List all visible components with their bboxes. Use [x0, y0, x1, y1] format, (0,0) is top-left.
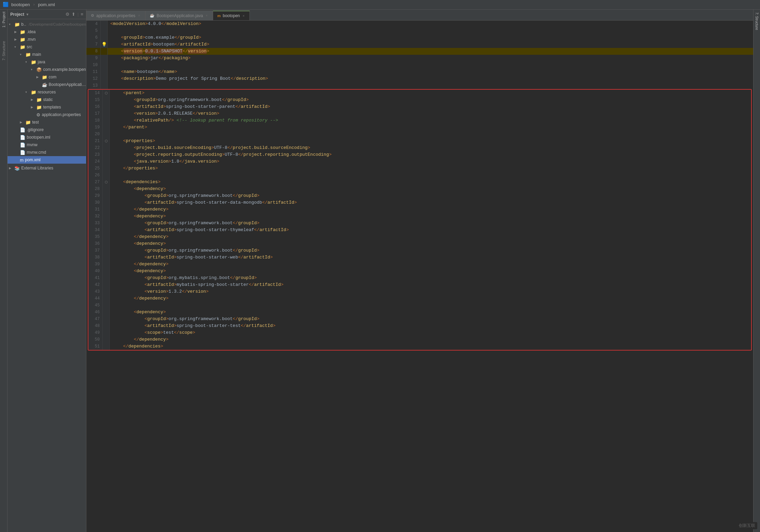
tree-java[interactable]: ▾ 📁 java	[8, 58, 86, 66]
tree-arrow-ext: ▶	[9, 166, 13, 170]
mvn-label: .mvn	[27, 37, 36, 42]
tree-arrow-templates: ▶	[31, 105, 35, 109]
tree-main[interactable]: ▾ 📁 main	[8, 51, 86, 58]
code-line-17: 17 <version>2.0.1.RELEASE</version>	[88, 110, 751, 117]
class-icon: ☕	[42, 82, 47, 87]
tree-src[interactable]: ▾ 📁 src	[8, 43, 86, 51]
tree-static[interactable]: ▶ 📁 static	[8, 96, 86, 103]
project-panel: Project ▾ ⚙ ⬆ | ≡ ▾ 📁 bootopen /Developm…	[8, 10, 86, 532]
tree-arrow-package: ▾	[31, 68, 35, 71]
tab-label-pom: bootopen	[223, 13, 240, 18]
panel-icon1[interactable]: ⚙	[65, 12, 70, 17]
mvn-icon: 📁	[20, 37, 25, 42]
tree-mvnw[interactable]: 📄 mvnw	[8, 141, 86, 149]
project-panel-btn[interactable]: 1: Project	[2, 12, 6, 27]
code-line-21: 21 <properties>	[88, 138, 751, 144]
tab-close-pom[interactable]: ×	[242, 14, 245, 18]
right-sidebar: 7: Structure	[753, 10, 760, 532]
app-name: bootopen	[11, 2, 30, 7]
tree-mvn[interactable]: ▶ 📁 .mvn	[8, 36, 86, 43]
code-line-51: 51 </dependencies>	[88, 343, 751, 350]
title-separator: ›	[33, 2, 35, 7]
tree-mvnwcmd[interactable]: 📄 mvnw.cmd	[8, 149, 86, 156]
tree-iml[interactable]: 📄 bootopen.iml	[8, 134, 86, 141]
tab-close-app-props[interactable]: ×	[137, 13, 141, 18]
tree-arrow-java: ▾	[25, 60, 29, 64]
file-name: pom.xml	[38, 2, 55, 7]
code-line-6: 6 <groupId>com.example</groupId>	[86, 34, 753, 41]
panel-icon2[interactable]: ⬆	[72, 12, 75, 17]
root-path: /Development/CodeOne/bootopen	[29, 22, 86, 26]
tree-com[interactable]: ▶ 📁 com	[8, 73, 86, 81]
gitignore-icon: 📄	[20, 127, 25, 132]
iml-label: bootopen.iml	[27, 135, 50, 140]
tree-arrow-mvn: ▶	[14, 38, 19, 41]
fold-27[interactable]	[105, 181, 108, 183]
tab-app-props[interactable]: ⚙ application.properties ×	[86, 11, 145, 20]
main-label: main	[32, 52, 41, 57]
code-line-32: 32 <dependency>	[88, 213, 751, 220]
code-line-42: 42 <artifactId>mybatis-spring-boot-start…	[88, 281, 751, 288]
tree-pom[interactable]: m pom.xml	[8, 156, 86, 164]
code-line-50: 50 </dependency>	[88, 336, 751, 343]
tab-label-app-props: application.properties	[96, 13, 135, 18]
project-panel-header: Project ▾ ⚙ ⬆ | ≡	[8, 10, 86, 19]
static-icon: 📁	[36, 97, 42, 102]
tab-icon-bootopen: ☕	[150, 13, 155, 18]
tree-arrow-main: ▾	[20, 53, 24, 56]
tree-arrow-com: ▶	[36, 75, 40, 79]
appprops-icon: ⚙	[36, 112, 40, 117]
static-label: static	[43, 97, 53, 102]
pom-icon: m	[20, 157, 24, 163]
structure-panel-btn[interactable]: 7: Structure	[2, 41, 6, 61]
src-icon: 📁	[20, 45, 25, 50]
ext-libs-label: External Libraries	[21, 166, 53, 170]
tree-gitignore[interactable]: 📄 .gitignore	[8, 126, 86, 134]
code-line-5: 5	[86, 27, 753, 34]
code-line-23: 23 <project.reporting.outputEncoding>UTF…	[88, 151, 751, 158]
fold-14[interactable]	[105, 92, 108, 94]
panel-title: Project	[10, 12, 24, 17]
tree-root[interactable]: ▾ 📁 bootopen /Development/CodeOne/bootop…	[8, 21, 86, 28]
main-content: 1: Project 7: Structure Project ▾ ⚙ ⬆ | …	[0, 10, 760, 532]
code-line-4: 4 <modelVersion>4.0.0</modelVersion>	[86, 21, 753, 27]
mvnw-icon: 📄	[20, 142, 25, 148]
tree-package[interactable]: ▾ 📦 com.example.bootopen	[8, 66, 86, 73]
tab-close-bootopen[interactable]: ×	[205, 13, 208, 18]
code-line-44: 44 </dependency>	[88, 295, 751, 302]
tree-test[interactable]: ▶ 📁 test	[8, 118, 86, 126]
root-label: bootopen	[21, 22, 26, 27]
mvnw-label: mvnw	[27, 142, 37, 147]
code-line-33: 33 <groupId>org.springframework.boot</gr…	[88, 220, 751, 227]
ext-libs-icon: 📚	[14, 166, 20, 171]
fold-21[interactable]	[105, 140, 108, 142]
panel-dropdown[interactable]: ▾	[26, 12, 28, 17]
code-line-39: 39 </dependency>	[88, 261, 751, 268]
tree-arrow-src: ▾	[14, 45, 19, 49]
code-line-11: 11 <name>bootopen</name>	[86, 68, 753, 75]
tab-bootopen-app[interactable]: ☕ BootopenApplication.java ×	[145, 11, 213, 20]
code-line-7: 7 💡 <artifactId>bootopen</artifactId>	[86, 41, 753, 48]
tab-pom[interactable]: m bootopen ×	[213, 11, 250, 20]
code-line-43: 43 <version>1.3.2</version>	[88, 288, 751, 295]
test-label: test	[32, 120, 39, 125]
code-line-19: 19 </parent>	[88, 124, 751, 131]
resources-icon: 📁	[31, 90, 36, 95]
tree-app-props[interactable]: ⚙ application.properties	[8, 111, 86, 118]
editor-content[interactable]: 4 <modelVersion>4.0.0</modelVersion> 5 6…	[86, 21, 753, 532]
templates-icon: 📁	[36, 105, 42, 110]
tree-bootopen-class[interactable]: ☕ BootopenApplication	[8, 81, 86, 88]
code-line-40: 40 <dependency>	[88, 268, 751, 275]
code-line-18: 18 <relativePath/> <!-- lookup parent fr…	[88, 117, 751, 124]
code-line-16: 16 <artifactId>spring-boot-starter-paren…	[88, 103, 751, 110]
structure-btn[interactable]: 7: Structure	[754, 11, 759, 31]
tree-arrow-test: ▶	[20, 121, 24, 124]
tree-idea[interactable]: ▶ 📁 .idea	[8, 28, 86, 36]
tree-resources[interactable]: ▾ 📁 resources	[8, 88, 86, 96]
resources-label: resources	[38, 90, 56, 94]
code-line-49: 49 <scope>test</scope>	[88, 329, 751, 336]
tree-templates[interactable]: ▶ 📁 templates	[8, 103, 86, 111]
panel-icon3[interactable]: ≡	[81, 12, 83, 17]
code-line-13: 13	[86, 82, 753, 89]
tree-external-libs[interactable]: ▶ 📚 External Libraries	[8, 164, 86, 172]
